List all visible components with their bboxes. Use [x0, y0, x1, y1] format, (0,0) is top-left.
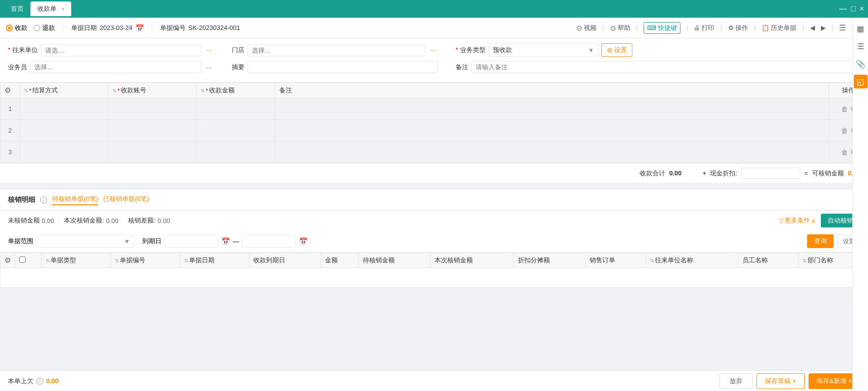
verification-table: ⚙ ⇅ 单据类型 ⇅ 单据编号: [0, 252, 868, 288]
th-staff: 员工名称: [738, 253, 798, 268]
remark-cell-3[interactable]: [275, 141, 829, 163]
info-circle-bottom[interactable]: i: [36, 378, 43, 385]
partner-input[interactable]: [41, 44, 202, 56]
tab-receipt[interactable]: 收款单 ×: [30, 1, 71, 16]
remark-input[interactable]: [471, 61, 860, 73]
delete-row-2-icon[interactable]: 🗑: [841, 127, 848, 135]
shop-label: 门店: [232, 46, 244, 55]
staff-label: 业务员: [8, 63, 27, 72]
table-settings-icon[interactable]: ⚙: [4, 86, 11, 94]
date-from-calendar-icon[interactable]: 📅: [221, 237, 230, 245]
history-btn[interactable]: 📋 历史单据: [761, 24, 796, 32]
partner-more-icon[interactable]: ···: [204, 46, 214, 54]
th-settle-method: ⇅ * 结算方式: [20, 83, 108, 98]
th-checkbox: ⚙: [0, 253, 15, 268]
remark-label: 备注: [456, 63, 468, 72]
print-btn[interactable]: 🖨 打印: [694, 24, 714, 32]
radio-refund[interactable]: 退款: [33, 24, 55, 32]
print-icon: 🖨: [694, 24, 700, 31]
tab-close-icon[interactable]: ×: [61, 6, 64, 12]
more-conditions-btn[interactable]: ▽ 更多条件 ∧: [779, 216, 816, 225]
summary-bar: 收款合计 0.00 + 现金折扣: = 可核销金额 0.00: [0, 163, 868, 183]
query-button[interactable]: 查询: [807, 234, 834, 248]
info-icon[interactable]: i: [40, 196, 47, 203]
th-account-no: ⇅ * 收款账号: [108, 83, 197, 98]
shortcut-btn[interactable]: ⌨ 快捷键: [644, 22, 680, 34]
form-row-2: 业务员 ··· 摘要 备注: [8, 61, 860, 73]
available-label: 可核销金额: [812, 169, 844, 178]
sidebar-list-icon[interactable]: ☰: [854, 39, 868, 53]
receipt-table: ⚙ ⇅ * 结算方式 ⇅ * 收款账号: [0, 83, 868, 163]
window-max-icon[interactable]: □: [851, 4, 856, 13]
settle-cell-2[interactable]: [20, 120, 108, 141]
row-num-2: 2: [0, 120, 20, 141]
window-controls: — □ ×: [839, 4, 864, 13]
right-sidebar: ▦ ☰ 📎 ◱: [852, 18, 868, 391]
discard-button[interactable]: 放弃: [719, 373, 753, 389]
gear-icon-bottom[interactable]: ⚙: [4, 256, 11, 264]
chevron-down-icon: ▼: [588, 47, 594, 54]
operation-btn[interactable]: ⚙ 操作: [728, 24, 748, 32]
delete-row-3-icon[interactable]: 🗑: [841, 148, 848, 156]
account-cell-1[interactable]: [108, 98, 197, 120]
sidebar-expand-icon[interactable]: ◱: [854, 75, 868, 88]
biz-type-field: * 业务类型 预收款 ▼ ⚙ 设置: [456, 43, 632, 57]
discount-input[interactable]: [741, 168, 800, 179]
radio-receipt[interactable]: 收款: [6, 24, 27, 32]
radio-dot-refund: [33, 25, 40, 31]
remark-cell-1[interactable]: [275, 98, 829, 120]
staff-more-icon[interactable]: ···: [204, 63, 214, 71]
settings-button[interactable]: ⚙ 设置: [601, 43, 632, 57]
bottom-buttons: 放弃 保存草稿 ∧ 保存&新增 ∧: [719, 373, 860, 389]
range-select[interactable]: ▼: [36, 235, 135, 248]
th-pending-amount: 待核销金额: [358, 253, 430, 268]
biz-type-select[interactable]: 预收款 ▼: [488, 43, 598, 57]
window-close-icon[interactable]: ×: [860, 4, 864, 13]
shop-more-icon[interactable]: ···: [428, 46, 438, 54]
date-to-calendar-icon[interactable]: 📅: [299, 237, 307, 245]
biz-type-label: * 业务类型: [456, 46, 486, 55]
date-to-input[interactable]: 2022-04-12: [242, 235, 296, 248]
staff-input[interactable]: [30, 61, 201, 73]
select-all-checkbox[interactable]: [19, 256, 26, 263]
tab-pending[interactable]: 待核销单据(0笔): [52, 195, 98, 205]
sidebar-table-icon[interactable]: ▦: [854, 22, 868, 35]
current-item: 本次核销金额: 0.00: [64, 216, 118, 225]
range-field: 单据范围 ▼: [8, 235, 135, 248]
window-min-icon[interactable]: —: [839, 4, 847, 13]
sidebar-attachment-icon[interactable]: 📎: [854, 57, 868, 71]
shortcut-icon: ⌨: [647, 24, 656, 31]
account-cell-2[interactable]: [108, 120, 197, 141]
layout-list-icon[interactable]: ☰: [839, 23, 846, 32]
verification-section: 核销明细 i 待核销单据(0笔) 已核销单据(0笔) 未核销金额 0.00 本次…: [0, 187, 868, 288]
summary-input[interactable]: [247, 61, 438, 73]
shop-input[interactable]: [247, 44, 425, 56]
calendar-icon[interactable]: 📅: [136, 24, 144, 32]
remark-cell-2[interactable]: [275, 120, 829, 141]
video-icon: ⊙: [576, 24, 582, 32]
amount-cell-1[interactable]: [197, 98, 275, 120]
settle-cell-3[interactable]: [20, 141, 108, 163]
help-btn[interactable]: ⊙ 帮助: [610, 24, 630, 32]
tab-home[interactable]: 首页: [4, 1, 30, 16]
total-label: 收款合计: [640, 169, 665, 178]
settle-cell-1[interactable]: [20, 98, 108, 120]
nav-next-icon[interactable]: ▶: [821, 24, 826, 31]
date-from-input[interactable]: 2022-04-01: [164, 235, 218, 248]
date-field: 单据日期 2023-03-24 📅: [71, 24, 144, 32]
delete-row-1-icon[interactable]: 🗑: [841, 105, 848, 113]
tab-done[interactable]: 已核销单据(0笔): [103, 195, 149, 205]
row-num-3: 3: [0, 141, 20, 163]
bottom-label: 本单上欠: [8, 377, 33, 386]
account-cell-3[interactable]: [108, 141, 197, 163]
discount-label: 现金折扣:: [710, 169, 737, 178]
verification-table-container: ⚙ ⇅ 单据类型 ⇅ 单据编号: [0, 252, 868, 288]
save-draft-button[interactable]: 保存草稿 ∧: [757, 373, 805, 389]
amount-cell-3[interactable]: [197, 141, 275, 163]
amount-cell-2[interactable]: [197, 120, 275, 141]
video-btn[interactable]: ⊙ 视频: [576, 24, 597, 32]
th-discount: 折扣分摊额: [514, 253, 585, 268]
form-area: * 往来单位 ··· 门店 ··· * 业务类型 预收款 ▼ ⚙ 设置: [0, 38, 868, 83]
nav-prev-icon[interactable]: ◀: [810, 24, 815, 31]
summary-field: 摘要: [232, 61, 438, 73]
